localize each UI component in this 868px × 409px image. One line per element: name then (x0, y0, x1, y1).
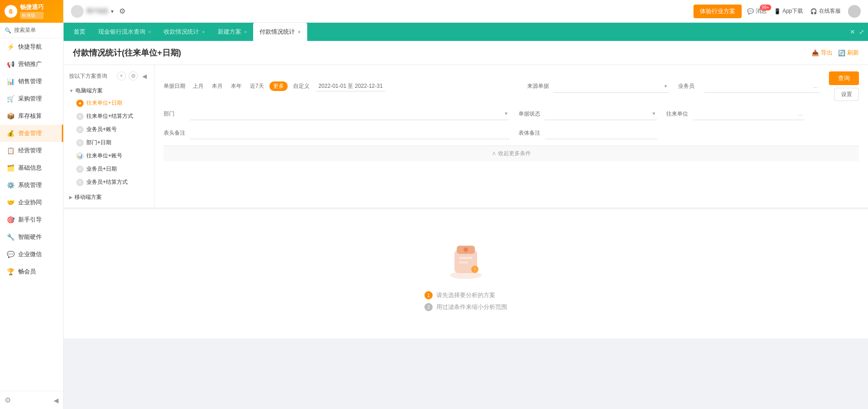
scheme-item-label: 往来单位+账号 (86, 152, 122, 160)
date-tab-more[interactable]: 更多 (269, 81, 288, 91)
tab-receipt-stats[interactable]: 收款情况统计 × (157, 23, 211, 41)
date-tab-last-month[interactable]: 上月 (190, 81, 206, 91)
scheme-mobile-group-header[interactable]: ▶ 移动端方案 (64, 192, 154, 203)
doc-status-select[interactable]: ▾ (545, 107, 657, 120)
sidebar-item-system[interactable]: ⚙️ 系统管理 (0, 177, 63, 194)
tab-payment-stats-close[interactable]: × (298, 29, 300, 35)
sidebar-item-quick-nav[interactable]: ⚡ 快捷导航 (0, 38, 63, 56)
sales-icon: 📊 (6, 77, 15, 86)
scheme-item-salesperson-account[interactable]: ≡ 业务员+账号 (64, 123, 154, 136)
sidebar-item-label: 库存核算 (18, 112, 42, 120)
scheme-item-dept-date[interactable]: ≡ 部门+日期 (64, 136, 154, 149)
window-close-icon[interactable]: ✕ (850, 28, 855, 35)
sidebar-search-item[interactable]: 🔍 搜索菜单 (0, 23, 63, 38)
partner-select[interactable]: … (693, 107, 804, 120)
date-tab-custom[interactable]: 自定义 (290, 81, 312, 91)
scheme-add-btn[interactable]: + (117, 71, 126, 81)
scheme-desktop-group-header[interactable]: ▼ 电脑端方案 (64, 85, 154, 96)
sidebar-item-inventory[interactable]: 📦 库存核算 (0, 107, 63, 125)
query-btn[interactable]: 查询 (829, 71, 859, 85)
source-doc-select[interactable]: ▾ (554, 80, 669, 93)
hint-text-1: 请先选择要分析的方案 (436, 291, 495, 299)
sidebar-footer: ⚙ ◀ (0, 391, 63, 409)
date-range-value[interactable]: 2022-01-01 至 2022-12-31 (316, 81, 385, 91)
collapse-more-btn[interactable]: ∧ 收起更多条件 (164, 146, 859, 161)
settings-small-btn[interactable]: 设置 (834, 88, 859, 101)
scheme-item-label: 业务员+日期 (86, 165, 117, 173)
tab-bank-flow-close[interactable]: × (148, 29, 151, 35)
sidebar-item-weixin[interactable]: 💬 企业微信 (0, 246, 63, 263)
table-header-note-label: 表头备注 (164, 129, 186, 137)
app-download-btn[interactable]: 📱 App下载 (774, 7, 803, 15)
member-icon: 🏆 (6, 268, 15, 276)
scheme-desktop-label: 电脑端方案 (75, 87, 103, 95)
tab-home[interactable]: 首页 (67, 23, 92, 41)
source-doc-arrow: ▾ (664, 83, 667, 89)
refresh-label: 刷新 (847, 49, 859, 57)
sidebar-item-label: 畅会员 (18, 268, 36, 276)
tab-bank-flow[interactable]: 现金银行流水查询 × (92, 23, 157, 41)
scheme-item-salesperson-settlement[interactable]: ≡ 业务员+结算方式 (64, 176, 154, 189)
sidebar-item-marketing[interactable]: 📢 营销推广 (0, 56, 63, 73)
tab-new-scheme-close[interactable]: × (244, 29, 247, 35)
message-icon: 💬 (747, 8, 754, 15)
scheme-panel: 按以下方案查询 + ⚙ ◀ ▼ 电脑端方案 (64, 65, 155, 207)
sidebar-item-label: 基础信息 (18, 164, 42, 172)
svg-rect-4 (459, 257, 473, 259)
sidebar-item-sales[interactable]: 📊 销售管理 (0, 73, 63, 90)
dept-select[interactable]: ▾ (190, 107, 509, 120)
page-header-actions: 📥 导出 🔄 刷新 (812, 49, 859, 57)
trial-btn[interactable]: 体验行业方案 (693, 5, 742, 18)
date-tab-this-year[interactable]: 本年 (228, 81, 244, 91)
sidebar-collapse-icon[interactable]: ◀ (54, 397, 59, 404)
sidebar-item-hardware[interactable]: 🔧 智能硬件 (0, 228, 63, 246)
scheme-item-label: 部门+日期 (86, 139, 111, 146)
export-btn[interactable]: 📥 导出 (812, 49, 833, 57)
app-icon: 📱 (774, 8, 781, 15)
sidebar-item-collab[interactable]: 🤝 企业协同 (0, 194, 63, 211)
table-body-note-input[interactable] (545, 126, 657, 139)
svg-text:!: ! (474, 267, 476, 272)
sidebar-item-member[interactable]: 🏆 畅会员 (0, 263, 63, 280)
sidebar-item-label: 智能硬件 (18, 233, 42, 241)
scheme-table-icon: ≡ (76, 113, 84, 120)
date-tab-this-month[interactable]: 本月 (209, 81, 225, 91)
sidebar: 6 畅捷通巧 标准版 🔍 搜索菜单 ⚡ 快捷导航 📢 营销推广 📊 销售管理 🛒… (0, 0, 64, 409)
scheme-item-partner-date[interactable]: ● 往来单位+日期 (64, 96, 154, 110)
window-maximize-icon[interactable]: ⤢ (859, 28, 864, 35)
topbar-settings-icon[interactable]: ⚙ (119, 7, 125, 15)
scheme-item-partner-account[interactable]: 📊 往来单位+账号 (64, 149, 154, 162)
scheme-item-salesperson-date[interactable]: ≡ 业务员+日期 (64, 162, 154, 176)
refresh-btn[interactable]: 🔄 刷新 (838, 49, 859, 57)
date-tab-last-7days[interactable]: 近7天 (247, 81, 267, 91)
scheme-item-label: 往来单位+结算方式 (86, 112, 133, 120)
sidebar-settings-icon[interactable]: ⚙ (5, 396, 11, 404)
sidebar-item-basic-info[interactable]: 🗂️ 基础信息 (0, 159, 63, 177)
scheme-settings-btn[interactable]: ⚙ (129, 71, 138, 81)
profile-dropdown-btn[interactable]: ▾ (111, 8, 114, 15)
tab-receipt-stats-close[interactable]: × (202, 29, 205, 35)
empty-state: ! 1 请先选择要分析的方案 2 用过滤条件来缩小分析范围 (64, 209, 868, 338)
user-avatar[interactable] (848, 5, 861, 18)
salesperson-select[interactable]: … (704, 80, 820, 93)
hardware-icon: 🔧 (6, 233, 15, 241)
sidebar-item-purchase[interactable]: 🛒 采购管理 (0, 90, 63, 107)
table-header-note-input[interactable] (190, 126, 509, 139)
purchase-icon: 🛒 (6, 95, 15, 103)
page-content: 付款情况统计(往来单位+日期) 📥 导出 🔄 刷新 按以下方案查询 (64, 41, 868, 409)
sidebar-item-operation[interactable]: 📋 经营管理 (0, 142, 63, 159)
sidebar-item-label: 经营管理 (18, 146, 42, 155)
scheme-collapse-btn[interactable]: ◀ (140, 73, 149, 80)
tab-payment-stats[interactable]: 付款情况统计 × (253, 23, 307, 41)
notifications-btn[interactable]: 💬 消息 99+ (747, 7, 767, 15)
online-service-btn[interactable]: 🎧 在线客服 (810, 7, 841, 15)
tabbar: 首页 现金银行流水查询 × 收款情况统计 × 新建方案 × 付款情况统计 × ✕… (64, 23, 868, 41)
scheme-item-partner-settlement[interactable]: ≡ 往来单位+结算方式 (64, 110, 154, 123)
tab-new-scheme[interactable]: 新建方案 × (211, 23, 253, 41)
scheme-chart-icon: 📊 (76, 152, 84, 160)
topbar-profile[interactable]: 用户信息 ▾ (71, 5, 114, 18)
sidebar-item-finance[interactable]: 💰 资金管理 (0, 125, 63, 142)
gear-icon: ⚙ (131, 73, 136, 79)
sidebar-item-guide[interactable]: 🎯 新手引导 (0, 211, 63, 228)
tab-new-scheme-label: 新建方案 (218, 28, 241, 36)
